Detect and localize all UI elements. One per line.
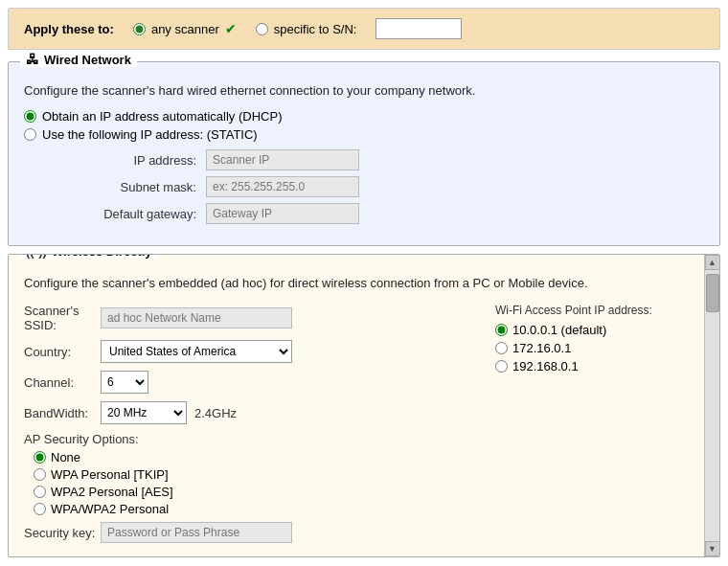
ip-address-row: IP address: (81, 149, 704, 170)
country-label: Country: (24, 345, 101, 359)
channel-row: Channel: 1 2 3 4 5 6 7 8 9 10 11 (24, 371, 486, 394)
any-scanner-option[interactable]: any scanner ✔ (133, 21, 237, 36)
security-wpawpa2-radio[interactable] (34, 503, 46, 515)
ssid-input[interactable] (101, 307, 292, 328)
top-bar: Apply these to: any scanner ✔ specific t… (8, 8, 720, 50)
gateway-row: Default gateway: (81, 203, 704, 224)
country-select[interactable]: United States of America Canada United K… (101, 340, 292, 363)
scroll-thumb[interactable] (706, 274, 719, 312)
security-key-input[interactable] (101, 522, 292, 543)
ap-security-section: AP Security Options: None WPA Personal [… (24, 432, 486, 516)
ghz-label: 2.4GHz (194, 406, 237, 420)
security-wpawpa2-label: WPA/WPA2 Personal (51, 502, 169, 516)
bandwidth-select[interactable]: 20 MHz 40 MHz (101, 401, 187, 424)
static-label[interactable]: Use the following IP address: (STATIC) (42, 127, 258, 142)
wireless-section: ((•)) Wireless Directly Configure the sc… (8, 254, 720, 557)
subnet-input[interactable] (206, 176, 359, 197)
gateway-label: Default gateway: (81, 207, 206, 221)
security-none-radio[interactable] (34, 451, 46, 464)
scroll-up-button[interactable]: ▲ (705, 255, 720, 270)
bandwidth-row: BandWidth: 20 MHz 40 MHz 2.4GHz (24, 401, 486, 424)
security-none-label: None (51, 450, 80, 464)
security-wpa-tkip-label: WPA Personal [TKIP] (51, 467, 169, 482)
static-row: Use the following IP address: (STATIC) (24, 127, 704, 142)
wifi-ap-radio-3[interactable] (495, 360, 508, 373)
ssid-label: Scanner's SSID: (24, 304, 101, 332)
channel-select[interactable]: 1 2 3 4 5 6 7 8 9 10 11 (101, 371, 148, 394)
wifi-ap-ip-label-1: 10.0.0.1 (default) (512, 323, 606, 337)
dhcp-radio[interactable] (24, 110, 36, 123)
ip-label: IP address: (81, 153, 206, 168)
specific-label: specific to S/N: (274, 22, 357, 36)
security-wpawpa2-option[interactable]: WPA/WPA2 Personal (34, 502, 486, 516)
security-wpa-tkip-radio[interactable] (34, 468, 46, 481)
security-key-row: Security key: (24, 522, 486, 543)
scroll-down-button[interactable]: ▼ (705, 541, 720, 556)
subnet-label: Subnet mask: (81, 180, 206, 194)
wireless-description: Configure the scanner's embedded (ad hoc… (24, 276, 696, 290)
wifi-ap-option-3[interactable]: 192.168.0.1 (495, 359, 696, 374)
wifi-ap-radio-2[interactable] (495, 342, 508, 354)
wifi-ap-ip-label-2: 172.16.0.1 (512, 341, 571, 355)
serial-number-input[interactable] (375, 18, 462, 39)
wireless-left-col: Scanner's SSID: Country: United States o… (24, 304, 486, 543)
ap-security-label: AP Security Options: (24, 432, 486, 446)
wifi-ap-option-2[interactable]: 172.16.0.1 (495, 341, 696, 355)
wireless-content: Configure the scanner's embedded (ad hoc… (9, 255, 719, 556)
wired-description: Configure the scanner's hard wired ether… (24, 83, 704, 98)
any-scanner-radio[interactable] (133, 23, 146, 35)
ssid-row: Scanner's SSID: (24, 304, 486, 332)
wired-network-content: Configure the scanner's hard wired ether… (9, 62, 719, 245)
security-none-option[interactable]: None (34, 450, 486, 464)
wireless-legend: ((•)) Wireless Directly (20, 254, 158, 259)
wifi-ap-section: Wi-Fi Access Point IP address: 10.0.0.1 … (486, 304, 696, 543)
specific-scanner-option[interactable]: specific to S/N: (256, 22, 357, 36)
country-row: Country: United States of America Canada… (24, 340, 486, 363)
check-icon: ✔ (225, 21, 237, 36)
wifi-ap-radio-1[interactable] (495, 324, 508, 336)
subnet-row: Subnet mask: (81, 176, 704, 197)
ip-address-input[interactable] (206, 149, 359, 170)
wired-network-section: 🖧 Wired Network Configure the scanner's … (8, 61, 720, 246)
security-wpa-tkip-option[interactable]: WPA Personal [TKIP] (34, 467, 486, 482)
network-icon: 🖧 (26, 52, 39, 67)
security-options-list: None WPA Personal [TKIP] WPA2 Personal [… (34, 450, 486, 516)
specific-scanner-radio[interactable] (256, 23, 268, 35)
security-wpa2-aes-option[interactable]: WPA2 Personal [AES] (34, 485, 486, 499)
wireless-title: Wireless Directly (52, 254, 152, 259)
wifi-icon: ((•)) (26, 254, 47, 259)
wired-network-title: Wired Network (44, 53, 131, 67)
security-wpa2-aes-radio[interactable] (34, 486, 46, 498)
any-scanner-label: any scanner (151, 22, 219, 36)
scrollbar[interactable]: ▲ ▼ (704, 255, 719, 556)
wifi-ap-ip-label-3: 192.168.0.1 (512, 359, 579, 374)
wired-network-legend: 🖧 Wired Network (20, 52, 137, 67)
channel-label: Channel: (24, 375, 101, 390)
security-wpa2-aes-label: WPA2 Personal [AES] (51, 485, 173, 499)
gateway-input[interactable] (206, 203, 359, 224)
apply-label: Apply these to: (24, 22, 114, 36)
dhcp-label[interactable]: Obtain an IP address automatically (DHCP… (42, 109, 282, 124)
static-radio[interactable] (24, 128, 36, 141)
security-key-label: Security key: (24, 526, 101, 540)
dhcp-row: Obtain an IP address automatically (DHCP… (24, 109, 704, 124)
wifi-ap-label: Wi-Fi Access Point IP address: (495, 304, 696, 317)
wifi-ap-option-1[interactable]: 10.0.0.1 (default) (495, 323, 696, 337)
bandwidth-label: BandWidth: (24, 406, 101, 420)
wireless-form: Scanner's SSID: Country: United States o… (24, 304, 696, 543)
bandwidth-controls: 20 MHz 40 MHz 2.4GHz (101, 401, 237, 424)
wireless-outer: ((•)) Wireless Directly Configure the sc… (8, 254, 720, 557)
